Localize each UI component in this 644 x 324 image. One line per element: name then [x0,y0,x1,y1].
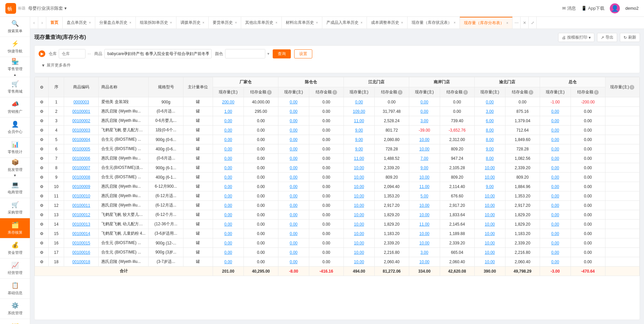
cell-yb-qty[interactable]: 10.00 [474,191,505,201]
cell-fty-qty[interactable]: 0.00 [213,163,244,173]
cell-yb-qty[interactable]: 8.00 [474,154,505,163]
cell-jb-qty[interactable]: 11.00 [343,116,374,126]
cell-na-qty[interactable]: 7.00 [409,154,440,163]
tab-requisition[interactable]: 要货单历史 × [209,17,241,29]
goods-input[interactable] [104,49,212,58]
cell-na-qty[interactable]: 10.00 [409,257,440,267]
cell-gear[interactable]: ⚙ [35,107,49,116]
cell-jb-qty[interactable]: 9.00 [343,144,374,154]
cell-yb-qty[interactable]: 3.00 [474,107,505,116]
tab-close-all-btn[interactable]: ✕ [521,17,529,29]
cell-chen-qty[interactable]: 0.00 [278,97,309,107]
sidebar-item-marketing[interactable]: 📣 营销推广 [0,97,30,118]
cell-gear[interactable]: ⚙ [35,220,49,229]
cell-gear[interactable]: ⚙ [35,97,49,107]
tab-close-icon[interactable]: × [89,21,91,25]
cell-jb-qty[interactable]: 10.00 [343,238,374,248]
sidebar-item-basic-info[interactable]: 📋 基础信息 [0,279,30,299]
cell-jb-qty[interactable]: 10.00 [343,173,374,182]
cell-chen-qty[interactable]: 0.00 [278,248,309,257]
cell-na-qty[interactable]: 3.00 [409,248,440,257]
cell-yb-qty[interactable]: 10.00 [474,173,505,182]
sidebar-item-purchase[interactable]: 🛒 采购管理 [0,198,30,218]
tab-close-icon[interactable]: × [506,21,508,25]
cell-na-qty[interactable]: 10.00 [409,238,440,248]
sidebar-item-wholesale[interactable]: 📦 批发管理 ▼ [0,158,30,178]
cell-total-qty[interactable]: 0.00 [540,163,571,173]
tab-stock-status[interactable]: 现存量（库存状况表） × [408,17,460,29]
tab-next-btn[interactable]: › [38,17,46,29]
cell-fty-qty[interactable]: 0.00 [213,220,244,229]
info-icon[interactable]: i [398,90,402,95]
tab-material-out[interactable]: 材料出库单历史 × [282,17,322,29]
cell-na-qty[interactable]: -39.00 [409,126,440,135]
sidebar-item-search[interactable]: 🔍 搜索英单 [0,17,30,37]
cell-chen-qty[interactable]: 0.00 [278,191,309,201]
cell-jb-qty[interactable]: 0.00 [343,97,374,107]
cell-yb-qty[interactable]: 9.00 [474,182,505,191]
cell-gear[interactable]: ⚙ [35,144,49,154]
cell-yb-qty[interactable]: 6.00 [474,116,505,126]
cell-yb-qty[interactable]: 8.00 [474,126,505,135]
tab-sub-inventory[interactable]: 分量盘点单历史 × [95,17,136,29]
cell-jb-qty[interactable]: 10.00 [343,163,374,173]
cell-fty-qty[interactable]: 0.00 [213,257,244,267]
tab-assembly[interactable]: 组装拆卸单历史 × [136,17,176,29]
cell-total-qty[interactable]: 0.00 [540,116,571,126]
cell-fty-qty[interactable]: 0.00 [213,210,244,220]
cell-total-qty[interactable]: 0.00 [540,229,571,238]
tab-close-icon[interactable]: × [454,21,456,25]
cell-total-qty[interactable]: -1.00 [540,97,571,107]
cell-chen-qty[interactable]: 0.00 [278,220,309,229]
cell-chen-qty[interactable]: 0.00 [278,107,309,116]
cell-jb-qty[interactable]: 10.00 [343,220,374,229]
export-btn[interactable]: ↗ 导出 [597,33,617,42]
cell-gear[interactable]: ⚙ [35,201,49,210]
cell-yb-qty[interactable]: 9.00 [474,144,505,154]
cell-chen-qty[interactable]: 0.00 [278,163,309,173]
cell-chen-qty[interactable]: 0.00 [278,257,309,267]
cell-gear[interactable]: ⚙ [35,210,49,220]
table-scroll[interactable]: ⚙ 序 商品编码 商品名称 规格型号 主计量单位 厂家仓 陈仓仓 江北门店 南岸… [35,77,640,320]
cell-na-qty[interactable]: 0.00 [409,107,440,116]
cell-chen-qty[interactable]: 0.00 [278,210,309,220]
cell-fty-qty[interactable]: 0.00 [213,229,244,238]
cell-chen-qty[interactable]: 0.00 [278,135,309,144]
cell-total-qty[interactable]: 0.00 [540,201,571,210]
cell-jb-qty[interactable]: 10.00 [343,210,374,220]
cell-fty-qty[interactable]: 200.00 [213,97,244,107]
cell-yb-qty[interactable]: 0.00 [474,97,505,107]
cell-jb-qty[interactable]: 9.00 [343,126,374,135]
cell-na-qty[interactable]: 10.00 [409,201,440,210]
cell-chen-qty[interactable]: 0.00 [278,229,309,238]
tab-close-icon[interactable]: × [361,21,363,25]
sidebar-item-retail[interactable]: 🏪 零售管理 ▲ [0,57,30,77]
cell-total-qty[interactable]: 0.00 [540,154,571,163]
sidebar-item-finance[interactable]: 💰 资金管理 [0,238,30,259]
cell-yb-qty[interactable]: 10.00 [474,238,505,248]
tab-maximize-btn[interactable]: ⤢ [529,17,537,29]
cell-gear[interactable]: ⚙ [35,248,49,257]
cell-jb-qty[interactable]: 9.00 [343,135,374,144]
message-btn[interactable]: ✉ 消息 [562,5,576,11]
cell-jb-qty[interactable]: 109.00 [343,107,374,116]
cell-jb-qty[interactable]: 10.00 [343,229,374,238]
cell-yb-qty[interactable]: 10.00 [474,248,505,257]
cell-jb-qty[interactable]: 10.00 [343,182,374,191]
print-btn[interactable]: 🖨 按模板打印 ▾ [558,33,594,42]
cell-jb-qty[interactable]: 10.00 [343,201,374,210]
company-selector[interactable]: 母婴行业演示陈套 ▾ [28,5,67,11]
cell-total-qty[interactable]: 0.00 [540,210,571,220]
cell-fty-qty[interactable]: 0.00 [213,116,244,126]
tab-close-icon[interactable]: × [203,21,205,25]
sidebar-item-inventory[interactable]: 🗂️ 库存核算 [0,218,30,238]
cell-gear[interactable]: ⚙ [35,173,49,182]
cell-fty-qty[interactable]: 0.00 [213,154,244,163]
tab-close-icon[interactable]: × [170,21,172,25]
query-btn[interactable]: 查询 [273,49,291,58]
cell-fty-qty[interactable]: 0.00 [213,191,244,201]
cell-fty-qty[interactable]: 0.00 [213,182,244,191]
cell-total-qty[interactable]: 0.00 [540,173,571,182]
user-avatar[interactable]: 👤 [610,3,620,13]
cell-chen-qty[interactable]: 0.00 [278,154,309,163]
